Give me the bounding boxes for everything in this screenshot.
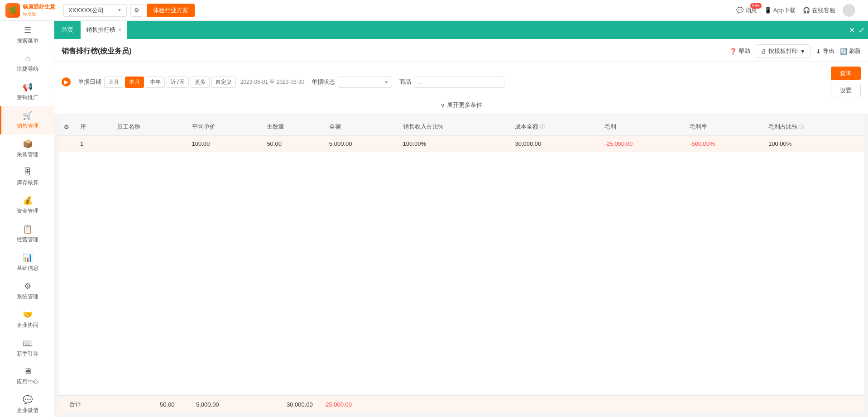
sidebar-item-enterprise[interactable]: 🤝 企业协同 — [0, 305, 54, 334]
page-header: 销售排行榜(按业务员) ❓ 帮助 🖨 按模板打印 ▼ ⬇ 导出 — [54, 39, 868, 62]
td-gross: -25,000.00 — [599, 136, 684, 152]
date-btn-last-month[interactable]: 上月 — [104, 77, 123, 88]
td-index: 1 — [75, 136, 111, 152]
enterprise-icon: 🤝 — [23, 310, 33, 320]
refresh-label: 刷新 — [849, 47, 861, 55]
tab-expand-icon[interactable]: ⤢ — [858, 26, 864, 34]
sidebar-item-operation[interactable]: 📋 经营管理 — [0, 220, 54, 248]
tab-close-all-icon[interactable]: ✕ — [849, 26, 855, 34]
sidebar-item-basic-info[interactable]: 📊 基础信息 — [0, 248, 54, 277]
data-table: ⚙ 序 员工名称 平均单价 主数量 全额 销售收入占比% 成本全额 ⓘ 毛利 毛… — [58, 118, 864, 152]
sidebar-item-label: 新手引导 — [17, 350, 38, 358]
tab-label: 销售排行榜 — [86, 26, 115, 34]
td-sales-pct: 100.00% — [398, 136, 510, 152]
system-icon: ⚙ — [24, 281, 31, 291]
logo: 🌿 畅康通好生意 标准版 — [5, 3, 60, 18]
message-button[interactable]: 💬 消息 99+ — [736, 6, 757, 14]
table-row: 1 100.00 50.00 5,000.00 100.00% 30,000.0… — [58, 136, 864, 152]
filter-area: ▶ 单据日期 上月 本月 本年 近7天 更多 自定义 2023-06-01 至 … — [54, 62, 868, 114]
sidebar-item-inventory[interactable]: 🗄 库存核算 — [0, 163, 54, 191]
app-label: App下载 — [773, 6, 796, 14]
date-btn-current-year[interactable]: 本年 — [146, 77, 165, 88]
date-btn-7days[interactable]: 近7天 — [167, 77, 189, 88]
topbar: 🌿 畅康通好生意 标准版 XXXXXX公司 ▼ ⚙ 体验行业方案 💬 消息 99… — [0, 0, 868, 21]
th-settings: ⚙ — [58, 118, 75, 136]
message-icon: 💬 — [736, 7, 743, 14]
export-button[interactable]: ⬇ 导出 — [816, 47, 834, 55]
footer-main-qty: 50.00 — [154, 401, 191, 408]
td-employee-name — [111, 136, 187, 152]
purchase-icon: 📦 — [23, 139, 33, 149]
main-layout: ☰ 搜索菜单 ⌂ 快捷导航 📢 营销推广 🛒 销售管理 📦 采购管理 🗄 库存核… — [0, 21, 868, 417]
tab-close-icon[interactable]: × — [118, 27, 121, 33]
th-cost: 成本全额 ⓘ — [509, 118, 599, 136]
sidebar-item-search-menu[interactable]: ☰ 搜索菜单 — [0, 21, 54, 49]
filter-toggle-button[interactable]: ▶ — [62, 77, 71, 86]
gross-pct-info-icon[interactable]: ⓘ — [799, 124, 804, 129]
th-gross: 毛利 — [599, 118, 684, 136]
sidebar-item-label: 经营管理 — [17, 236, 38, 244]
sidebar-item-label: 资金管理 — [17, 207, 38, 215]
service-label: 在线客服 — [812, 6, 835, 14]
chevron-down-icon: ∨ — [441, 102, 445, 109]
sidebar-item-app-center[interactable]: 🖥 应用中心 — [0, 362, 54, 390]
refresh-button[interactable]: 🔄 刷新 — [840, 47, 861, 55]
goods-input[interactable] — [414, 77, 504, 88]
date-btn-more[interactable]: 更多 — [191, 77, 210, 88]
help-label: 帮助 — [739, 47, 750, 55]
expand-button[interactable]: ∨ 展开更多条件 — [441, 101, 482, 109]
th-index: 序 — [75, 118, 111, 136]
sidebar-item-marketing[interactable]: 📢 营销推广 — [0, 77, 54, 106]
date-btn-custom[interactable]: 自定义 — [211, 77, 236, 88]
avatar[interactable] — [843, 4, 855, 17]
topbar-right: 💬 消息 99+ 📱 App下载 🎧 在线客服 — [736, 4, 863, 17]
query-button[interactable]: 查询 — [831, 67, 861, 80]
date-range-text: 2023-06-01 至 2023-06-30 — [240, 78, 304, 86]
sidebar-item-quick-nav[interactable]: ⌂ 快捷导航 — [0, 49, 54, 77]
settings-button[interactable]: 设置 — [831, 84, 861, 97]
goods-filter: 商品 — [399, 77, 504, 88]
sidebar-item-label: 系统管理 — [17, 293, 38, 301]
print-button[interactable]: 🖨 按模板打印 ▼ — [756, 44, 810, 58]
sidebar-item-label: 快捷导航 — [17, 65, 38, 73]
try-button[interactable]: 体验行业方案 — [147, 4, 195, 17]
td-gross-rate: -500.00% — [684, 136, 763, 152]
service-button[interactable]: 🎧 在线客服 — [803, 6, 835, 14]
sidebar-item-wechat[interactable]: 💬 企业微信 — [0, 390, 54, 417]
search-menu-icon: ☰ — [24, 25, 31, 35]
table-header-row: ⚙ 序 员工名称 平均单价 主数量 全额 销售收入占比% 成本全额 ⓘ 毛利 毛… — [58, 118, 864, 136]
th-employee-name: 员工名称 — [111, 118, 187, 136]
help-button[interactable]: ❓ 帮助 — [729, 47, 750, 55]
app-download-button[interactable]: 📱 App下载 — [764, 6, 796, 14]
sidebar-item-system[interactable]: ⚙ 系统管理 — [0, 277, 54, 305]
basic-info-icon: 📊 — [23, 253, 33, 263]
tab-sales-ranking[interactable]: 销售排行榜 × — [81, 21, 127, 39]
logo-icon: 🌿 — [5, 3, 20, 18]
status-select-wrap: ▼ — [338, 77, 392, 88]
sidebar-item-label: 基础信息 — [17, 264, 38, 272]
status-select[interactable] — [338, 77, 392, 88]
sidebar-item-sales[interactable]: 🛒 销售管理 — [0, 106, 54, 134]
tab-home[interactable]: 首页 — [54, 21, 81, 39]
page-content: 销售排行榜(按业务员) ❓ 帮助 🖨 按模板打印 ▼ ⬇ 导出 — [54, 39, 868, 417]
content-area: 首页 销售排行榜 × ✕ ⤢ 销售排行榜(按业务员) ❓ 帮助 — [54, 21, 868, 417]
tab-bar: 首页 销售排行榜 × ✕ ⤢ — [54, 21, 868, 39]
sidebar-item-label: 营销推广 — [17, 94, 38, 101]
company-selector[interactable]: XXXXXX公司 ▼ — [63, 4, 127, 17]
page-actions: ❓ 帮助 🖨 按模板打印 ▼ ⬇ 导出 🔄 刷新 — [729, 44, 861, 58]
cost-info-icon[interactable]: ⓘ — [540, 124, 545, 129]
guide-icon: 📖 — [23, 338, 33, 348]
operation-icon: 📋 — [23, 224, 33, 234]
td-settings — [58, 136, 75, 152]
filter-expand-row: ∨ 展开更多条件 — [62, 101, 861, 109]
settings-icon[interactable]: ⚙ — [130, 4, 143, 17]
table-area: ⚙ 序 员工名称 平均单价 主数量 全额 销售收入占比% 成本全额 ⓘ 毛利 毛… — [58, 118, 864, 413]
date-btn-current-month[interactable]: 本月 — [125, 77, 144, 88]
th-main-qty: 主数量 — [261, 118, 323, 136]
print-chevron-icon: ▼ — [800, 48, 806, 55]
sidebar-item-purchase[interactable]: 📦 采购管理 — [0, 134, 54, 163]
headset-icon: 🎧 — [803, 7, 810, 14]
marketing-icon: 📢 — [23, 82, 33, 92]
sidebar-item-guide[interactable]: 📖 新手引导 — [0, 334, 54, 362]
sidebar-item-finance[interactable]: 💰 资金管理 — [0, 191, 54, 220]
